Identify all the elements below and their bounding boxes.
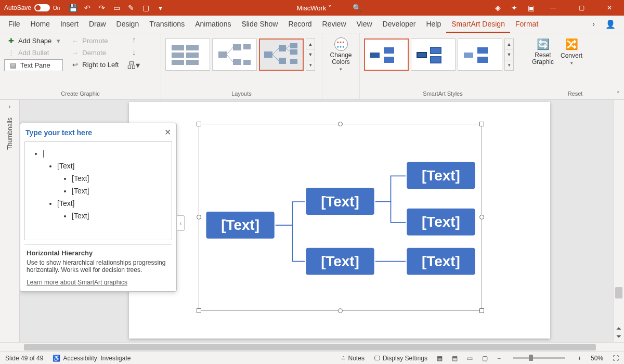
svg-rect-23 [370,53,380,58]
scroll-more-icon[interactable]: ▾ [505,60,513,70]
learn-more-link[interactable]: Learn more about SmartArt graphics [27,279,127,286]
zoom-in-button[interactable]: + [578,355,581,362]
tab-format[interactable]: Format [510,16,543,33]
diamond-icon[interactable]: ◈ [493,3,502,12]
next-slide-icon[interactable]: ⏷ [616,333,622,340]
close-icon[interactable]: ✕ [164,127,171,137]
redo-icon[interactable]: ↷ [97,3,107,12]
autosave-toggle[interactable]: AutoSave On [4,4,60,11]
style-option-3[interactable] [458,38,502,71]
tab-animations[interactable]: Animations [190,16,236,33]
zoom-level[interactable]: 50% [591,355,603,362]
view-normal-icon[interactable]: ▦ [437,355,443,362]
slide-counter[interactable]: Slide 49 of 49 [5,355,43,362]
list-item[interactable] [43,147,168,160]
tab-help[interactable]: Help [421,16,446,33]
tab-home[interactable]: Home [25,16,55,33]
tab-review[interactable]: Review [317,16,352,33]
close-button[interactable]: ✕ [599,1,620,15]
undo-icon[interactable]: ↶ [83,3,92,12]
tab-slideshow[interactable]: Slide Show [236,16,283,33]
layout-option-2[interactable] [212,38,257,71]
tab-record[interactable]: Record [283,16,317,33]
view-reading-icon[interactable]: ▭ [467,355,473,362]
reset-icon: 🔄 [535,37,551,51]
list-item[interactable]: [Text] [72,172,168,185]
tab-draw[interactable]: Draw [84,16,111,33]
scroll-up-icon[interactable]: ▲ [505,39,513,49]
list-item[interactable]: [Text] [72,210,168,222]
tab-view[interactable]: View [352,16,378,33]
fit-to-window-icon[interactable]: ⛶ [613,355,619,362]
notes-button[interactable]: ≐Notes [341,355,365,362]
style-option-2[interactable] [411,38,456,71]
share-icon[interactable]: 👤 [600,16,621,33]
styles-group-label: SmartArt Styles [364,89,522,98]
prev-slide-icon[interactable]: ⏶ [616,324,622,332]
view-slideshow-icon[interactable]: ▢ [482,355,488,362]
collapse-ribbon-icon[interactable]: ˄ [617,90,620,97]
document-name[interactable]: MiscWork ˅ [296,4,331,12]
arrow-left-icon: ← [71,37,79,45]
list-item[interactable]: [Text] [72,185,168,197]
expand-thumbnails-icon[interactable]: › [9,103,11,110]
convert-button[interactable]: 🔀 Convert ▾ [561,37,582,66]
layout-name: Horizontal Hierarchy [27,249,170,257]
maximize-button[interactable]: ▢ [571,1,592,15]
layout-option-1[interactable] [165,38,210,71]
layout-option-3-selected[interactable] [259,38,304,71]
tab-smartart-design[interactable]: SmartArt Design [446,16,510,33]
smartart-selection[interactable]: [Text] [Text] [Text] [Text] [Text] [Text… [199,124,482,311]
tab-file[interactable]: File [3,16,25,33]
text-pane-button[interactable]: ▤Text Pane [4,59,63,71]
minimize-button[interactable]: — [543,1,564,15]
scroll-down-icon[interactable]: ▼ [505,49,513,60]
svg-rect-22 [290,59,297,64]
text-pane-collapse-tab[interactable]: ‹ [177,215,185,231]
svg-line-8 [227,55,233,62]
scroll-more-icon[interactable]: ▾ [306,60,315,70]
app-icon[interactable]: ▣ [526,3,536,12]
scrollbar-thumb[interactable] [615,287,622,298]
present-icon[interactable]: ▢ [141,3,150,12]
rtl-label: Right to Left [82,61,119,69]
zoom-slider[interactable] [513,357,565,359]
scroll-down-icon[interactable]: ▼ [306,49,315,60]
object-icon[interactable]: ▭ [112,3,121,12]
display-settings-button[interactable]: 🖵Display Settings [374,355,427,362]
tab-transitions[interactable]: Transitions [144,16,190,33]
tab-design[interactable]: Design [111,16,145,33]
qat-more-icon[interactable]: ▾ [155,3,165,12]
list-item[interactable]: [Text] [57,197,168,210]
tab-developer[interactable]: Developer [378,16,421,33]
search-icon[interactable]: 🔍 [353,4,361,12]
tab-insert[interactable]: Insert [55,16,84,33]
right-to-left-button[interactable]: ↩Right to Left [68,59,121,70]
zoom-out-button[interactable]: − [497,355,501,362]
scrollbar-thumb[interactable] [24,344,596,350]
svg-line-18 [286,45,290,48]
canvas-area[interactable]: Type your text here ✕ [Text] [Text] [Tex… [20,100,624,342]
accessibility-status[interactable]: ♿Accessibility: Investigate [53,355,131,362]
display-icon: 🖵 [374,355,380,362]
change-colors-button[interactable]: Change Colors ▾ [327,37,355,72]
save-icon[interactable]: 💾 [68,3,77,12]
style-option-1-selected[interactable] [364,38,409,71]
vertical-scrollbar[interactable]: ⏶ ⏷ [614,100,624,342]
zoom-knob[interactable] [529,355,533,361]
reset-graphic-button[interactable]: 🔄 Reset Graphic [530,37,555,66]
group-create-graphic: ✚Add Shape ▾ ⋮Add Bullet ▤Text Pane ←Pro… [0,33,161,99]
text-pane-body[interactable]: [Text] [Text] [Text] [Text] [Text] [24,141,172,240]
smartart-graphic[interactable]: [Text] [Text] [Text] [Text] [Text] [Text… [199,124,482,310]
layout-icon[interactable]: 品▾ [127,60,140,71]
view-sorter-icon[interactable]: ▤ [452,355,458,362]
add-shape-button[interactable]: ✚Add Shape ▾ [4,35,63,46]
scroll-up-icon[interactable]: ▲ [306,39,315,49]
brush-icon[interactable]: ✦ [510,3,519,12]
tab-overflow[interactable]: › [587,16,600,33]
group-reset: 🔄 Reset Graphic 🔀 Convert ▾ Reset [526,33,624,99]
notes-icon: ≐ [341,355,346,362]
eyedropper-icon[interactable]: ✎ [126,3,136,12]
horizontal-scrollbar[interactable] [0,342,624,352]
list-item[interactable]: [Text] [57,160,168,172]
